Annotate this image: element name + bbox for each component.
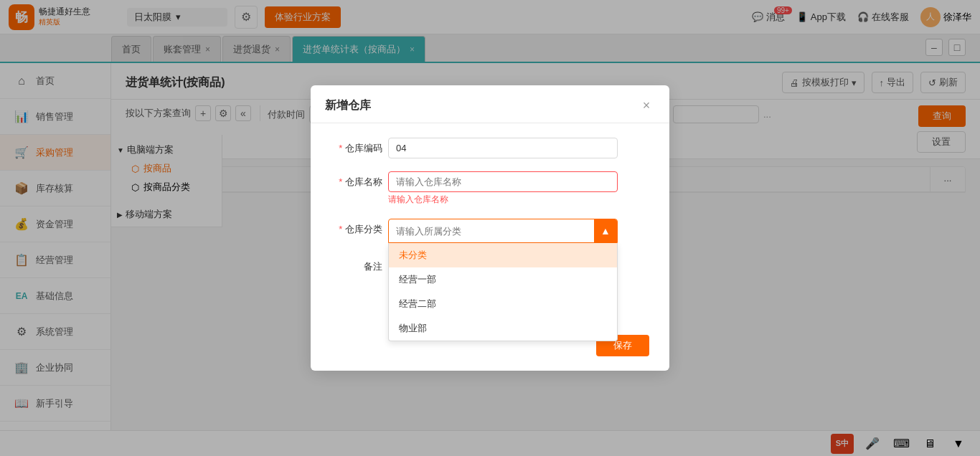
code-label: 仓库编码 [331,138,388,155]
modal-body: 仓库编码 仓库名称 请输入仓库名称 仓库分类 ▲ [311,123,669,326]
name-error-message: 请输入仓库名称 [388,194,618,206]
code-row: 仓库编码 [331,138,649,158]
dropdown-option-dept2[interactable]: 经营二部 [389,292,617,316]
dropdown-option-dept3[interactable]: 物业部 [389,316,617,341]
category-dropdown: ▲ 未分类 经营一部 经营二部 物业部 [388,219,618,243]
modal-close-button[interactable]: × [638,97,655,114]
category-input-wrap: ▲ [388,219,618,243]
code-input[interactable] [388,138,618,158]
category-dropdown-toggle[interactable]: ▲ [594,219,617,242]
name-row: 仓库名称 请输入仓库名称 [331,171,649,206]
modal-overlay: 新增仓库 × 仓库编码 仓库名称 请输入仓库名称 仓库分类 [0,0,980,456]
dropdown-option-dept1[interactable]: 经营一部 [389,267,617,292]
modal-header: 新增仓库 × [311,85,669,123]
name-input[interactable] [388,171,618,192]
category-input[interactable] [389,222,594,241]
name-label: 仓库名称 [331,171,388,189]
category-label: 仓库分类 [331,219,388,236]
dropdown-option-uncategorized[interactable]: 未分类 [389,243,617,267]
category-dropdown-list: 未分类 经营一部 经营二部 物业部 [388,243,618,341]
category-row: 仓库分类 ▲ 未分类 经营一部 经营二部 物业部 [331,219,649,243]
modal-title: 新增仓库 [325,98,371,113]
new-warehouse-modal: 新增仓库 × 仓库编码 仓库名称 请输入仓库名称 仓库分类 [311,85,669,371]
name-field-wrap: 请输入仓库名称 [388,171,618,206]
note-label: 备注 [331,256,388,273]
